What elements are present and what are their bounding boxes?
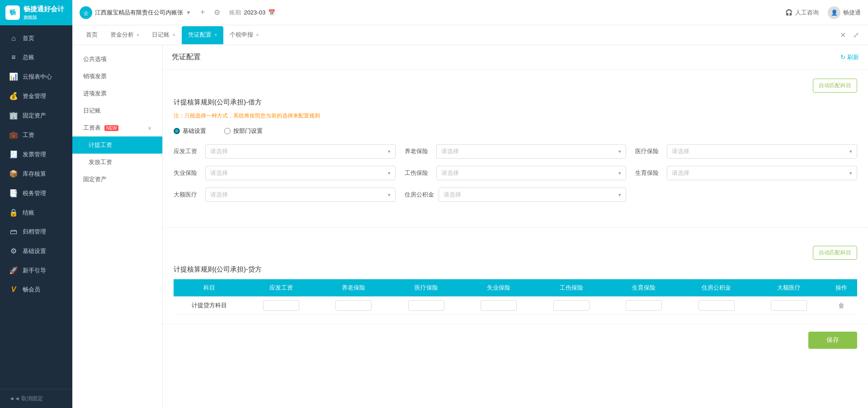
select-large-medical[interactable]: 请选择 ▾ [205, 188, 396, 202]
period-value: 2023-03 [244, 9, 265, 16]
sidebar-item-home[interactable]: ⌂ 首页 [0, 29, 72, 48]
refresh-button[interactable]: ↻ 刷新 [840, 53, 859, 61]
service-button[interactable]: 🎧 人工咨询 [785, 9, 819, 17]
sidebar-item-ledger[interactable]: ≡ 总账 [0, 48, 72, 67]
left-menu-salary-calc[interactable]: 计提工资 [72, 136, 162, 154]
settings-gear-icon[interactable]: ⚙ [214, 8, 220, 17]
radio-basic[interactable]: 基础设置 [174, 127, 206, 135]
input-medical[interactable] [408, 300, 444, 311]
left-menu-sales-invoice[interactable]: 销项发票 [72, 68, 162, 85]
tab-tax-report-close[interactable]: × [256, 32, 259, 38]
select-unemployment[interactable]: 请选择 ▾ [205, 166, 396, 180]
select-medical[interactable]: 请选择 ▾ [667, 144, 857, 159]
ledger-icon: ≡ [9, 53, 18, 61]
tab-expand-icon[interactable]: ⤢ [851, 29, 861, 41]
guide-icon: 🚀 [9, 266, 18, 275]
auto-match-debit-button[interactable]: 自动匹配科目 [813, 79, 857, 93]
company-selector[interactable]: 企 江西服宝精品有限责任公司内账张 ▼ [80, 6, 191, 19]
label-housing-fund: 住房公积金 [405, 191, 434, 199]
left-menu-public[interactable]: 公共选项 [72, 51, 162, 68]
credit-section-title: 计提核算规则(公司承担)-贷方 [174, 265, 857, 274]
company-dropdown-arrow: ▼ [186, 9, 191, 16]
radio-dept-input[interactable] [224, 128, 231, 134]
left-menu-journal[interactable]: 日记账 [72, 102, 162, 119]
user-name: 畅捷通 [843, 9, 861, 17]
sidebar: 畅 畅捷通好会计 旗舰版 ⌂ 首页 ≡ 总账 📊 云报表中心 💰 资金管理 🏢 … [0, 0, 72, 408]
sidebar-label-guide: 新手引导 [23, 267, 46, 275]
tab-voucher-config-close[interactable]: × [214, 32, 217, 38]
cell-unemployment [462, 296, 535, 315]
label-unemployment: 失业保险 [174, 169, 201, 177]
auto-match-credit-button[interactable]: 自动匹配科目 [813, 246, 857, 260]
sidebar-item-invoices[interactable]: 🧾 发票管理 [0, 145, 72, 164]
select-housing-fund[interactable]: 请选择 ▾ [439, 188, 627, 202]
select-work-injury[interactable]: 请选择 ▾ [436, 166, 627, 180]
sidebar-item-reports[interactable]: 📊 云报表中心 [0, 67, 72, 86]
select-salary-payable[interactable]: 请选择 ▾ [205, 144, 396, 159]
sidebar-item-archive[interactable]: 🗃 归档管理 [0, 222, 72, 241]
sidebar-item-salary[interactable]: 💼 工资 [0, 125, 72, 145]
page-header: 凭证配置 ↻ 刷新 [163, 45, 868, 70]
select-salary-payable-value: 请选择 [210, 147, 228, 155]
tab-funds-label: 资金分析 [110, 31, 134, 39]
input-unemployment[interactable] [481, 300, 517, 311]
sidebar-label-close: 结账 [23, 209, 34, 217]
select-maternity[interactable]: 请选择 ▾ [667, 166, 857, 180]
label-large-medical: 大额医疗 [174, 191, 201, 199]
save-button[interactable]: 保存 [808, 332, 857, 349]
delete-row-icon[interactable]: 🗑 [838, 302, 844, 309]
sidebar-footer-pin[interactable]: ◄◄ 取消固定 [0, 389, 72, 408]
sidebar-label-ledger: 总账 [23, 53, 34, 61]
cell-work-injury [535, 296, 608, 315]
fixed-assets-icon: 🏢 [9, 111, 18, 120]
topbar: 企 江西服宝精品有限责任公司内账张 ▼ + ⚙ 账期 2023-03 📅 🎧 人… [72, 0, 868, 25]
cell-medical [390, 296, 462, 315]
user-menu[interactable]: 👤 畅捷通 [828, 6, 861, 19]
tab-tax-report[interactable]: 个税申报 × [223, 26, 265, 44]
add-button[interactable]: + [197, 6, 209, 19]
th-maternity: 生育保险 [608, 279, 680, 296]
th-salary: 应发工资 [245, 279, 317, 296]
input-pension[interactable] [335, 300, 372, 311]
input-salary[interactable] [263, 300, 299, 311]
period-selector[interactable]: 账期 2023-03 📅 [229, 9, 275, 17]
select-large-medical-value: 请选择 [210, 191, 228, 199]
sidebar-item-fixed-assets[interactable]: 🏢 固定资产 [0, 106, 72, 125]
refresh-icon: ↻ [840, 54, 845, 61]
sidebar-item-settings[interactable]: ⚙ 基础设置 [0, 241, 72, 261]
calendar-icon[interactable]: 📅 [268, 9, 275, 16]
left-menu-purchase-invoice[interactable]: 进项发票 [72, 85, 162, 102]
tab-voucher-config-label: 凭证配置 [188, 31, 212, 39]
tab-home-label: 首页 [86, 31, 98, 39]
tab-close-all-icon[interactable]: ✕ [838, 29, 848, 41]
tab-journal-close[interactable]: × [172, 32, 175, 38]
sidebar-item-funds[interactable]: 💰 资金管理 [0, 86, 72, 106]
sidebar-item-close[interactable]: 🔒 结账 [0, 203, 72, 222]
input-large-medical[interactable] [771, 300, 807, 311]
input-work-injury[interactable] [553, 300, 590, 311]
left-menu-fixed-assets-label: 固定资产 [83, 175, 107, 183]
tab-home[interactable]: 首页 [80, 26, 104, 44]
left-menu-salary-table[interactable]: 工资表 NEW ∨ [72, 119, 162, 136]
left-menu-salary-pay[interactable]: 发放工资 [72, 154, 162, 171]
select-pension[interactable]: 请选择 ▾ [436, 144, 627, 159]
form-item-housing-fund: 住房公积金 请选择 ▾ [405, 188, 627, 202]
radio-dept[interactable]: 按部门设置 [224, 127, 263, 135]
credit-section: 自动匹配科目 计提核算规则(公司承担)-贷方 科目 应发工资 养老保险 医疗保险… [163, 237, 868, 324]
sidebar-item-inventory[interactable]: 📦 库存核算 [0, 164, 72, 183]
tab-voucher-config[interactable]: 凭证配置 × [182, 26, 223, 44]
input-maternity[interactable] [626, 300, 662, 311]
radio-basic-input[interactable] [174, 128, 180, 134]
sidebar-label-tax: 税务管理 [23, 189, 46, 197]
tab-journal[interactable]: 日记账 × [146, 26, 181, 44]
sidebar-item-tax[interactable]: 📑 税务管理 [0, 183, 72, 203]
input-housing[interactable] [698, 300, 735, 311]
sidebar-item-member[interactable]: V 畅会员 [0, 280, 72, 299]
tab-funds[interactable]: 资金分析 × [104, 26, 146, 44]
salary-icon: 💼 [9, 131, 18, 139]
tab-funds-close[interactable]: × [137, 32, 139, 38]
archive-icon: 🗃 [9, 228, 18, 236]
sidebar-item-guide[interactable]: 🚀 新手引导 [0, 261, 72, 280]
left-menu-fixed-assets[interactable]: 固定资产 [72, 171, 162, 188]
sidebar-label-salary: 工资 [23, 131, 34, 139]
